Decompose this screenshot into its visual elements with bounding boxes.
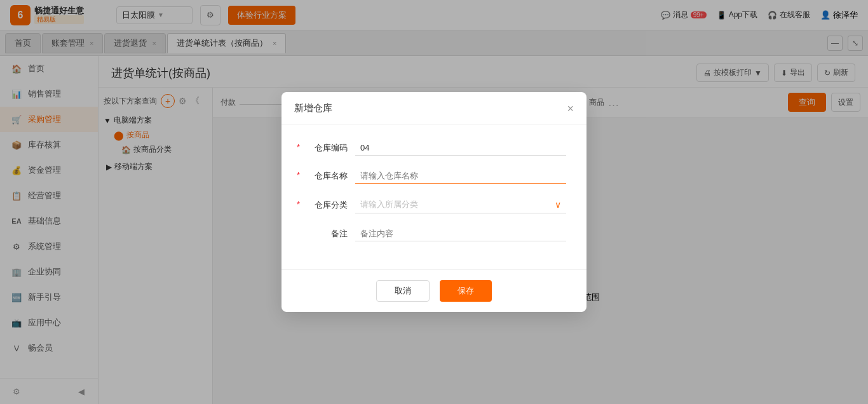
modal-title: 新增仓库 — [294, 102, 332, 114]
cancel-button[interactable]: 取消 — [376, 280, 430, 302]
new-warehouse-modal: 新增仓库 × 仓库编码 仓库名称 仓库分类 请输入所属分类 ∨ — [281, 92, 587, 312]
modal-overlay: 新增仓库 × 仓库编码 仓库名称 仓库分类 请输入所属分类 ∨ — [0, 0, 868, 404]
name-label: 仓库名称 — [302, 170, 348, 182]
modal-header: 新增仓库 × — [281, 92, 587, 125]
modal-body: 仓库编码 仓库名称 仓库分类 请输入所属分类 ∨ 备注 — [281, 125, 587, 269]
category-arrow-icon: ∨ — [555, 199, 561, 210]
form-row-remark: 备注 — [302, 226, 566, 241]
category-label: 仓库分类 — [302, 199, 348, 211]
form-row-code: 仓库编码 — [302, 140, 566, 156]
modal-close-button[interactable]: × — [567, 103, 574, 114]
code-input[interactable] — [355, 140, 566, 156]
remark-input[interactable] — [355, 226, 566, 241]
form-row-name: 仓库名称 — [302, 168, 566, 184]
name-input[interactable] — [355, 168, 566, 184]
category-placeholder: 请输入所属分类 — [360, 199, 552, 210]
save-button[interactable]: 保存 — [440, 280, 492, 302]
code-label: 仓库编码 — [302, 142, 348, 154]
modal-footer: 取消 保存 — [281, 269, 587, 312]
remark-label: 备注 — [302, 228, 348, 239]
form-row-category: 仓库分类 请输入所属分类 ∨ — [302, 196, 566, 213]
category-select[interactable]: 请输入所属分类 ∨ — [355, 196, 566, 213]
